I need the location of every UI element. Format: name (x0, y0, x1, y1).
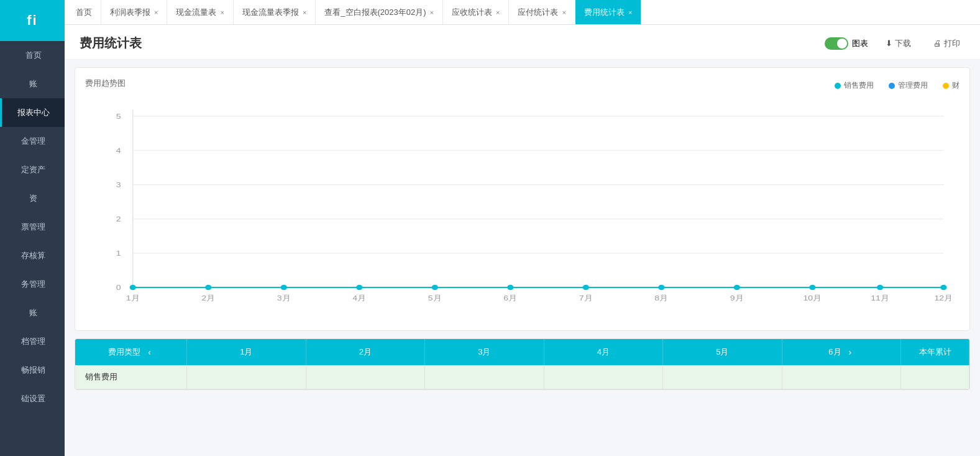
sidebar-item-畅报销[interactable]: 畅报销 (0, 356, 65, 384)
svg-text:3: 3 (116, 180, 121, 189)
svg-text:6月: 6月 (503, 294, 517, 302)
svg-text:9月: 9月 (730, 294, 744, 302)
main-area: 首页利润表季报×现金流量表×现金流量表季报×查看_空白报表(2023年02月)×… (65, 0, 980, 456)
svg-text:1月: 1月 (126, 294, 140, 302)
header-actions: 图表 ⬇ 下载 🖨 打印 (825, 35, 965, 52)
th-month-6: 6月 › (782, 339, 902, 365)
tab-现金流量表[interactable]: 现金流量表× (167, 0, 233, 25)
sidebar-item-务管理[interactable]: 务管理 (0, 270, 65, 299)
print-label: 打印 (944, 38, 960, 49)
next-arrow[interactable]: › (846, 347, 854, 357)
svg-text:4月: 4月 (352, 294, 366, 302)
svg-point-24 (940, 285, 946, 290)
tab-close-现金流量表季报[interactable]: × (303, 9, 306, 16)
legend-item-管理费用: 管理费用 (889, 80, 928, 91)
sidebar: fi 首页账报表中心金管理定资产资票管理存核算务管理账档管理畅报销础设置 (0, 0, 65, 456)
svg-point-14 (205, 285, 211, 290)
td-month-1 (187, 365, 306, 389)
legend-dot-管理费用 (889, 83, 895, 89)
svg-text:3月: 3月 (277, 294, 291, 302)
tab-close-应收统计表[interactable]: × (496, 9, 500, 16)
print-icon: 🖨 (933, 39, 941, 48)
tab-close-应付统计表[interactable]: × (562, 9, 566, 16)
tab-利润表季报[interactable]: 利润表季报× (101, 0, 167, 25)
th-month-4: 4月 (544, 339, 664, 365)
sidebar-item-础设置[interactable]: 础设置 (0, 384, 65, 413)
sidebar-item-档管理[interactable]: 档管理 (0, 327, 65, 356)
th-type-label: 费用类型 (108, 347, 140, 358)
prev-arrow[interactable]: ‹ (145, 347, 153, 357)
sidebar-item-金管理[interactable]: 金管理 (0, 127, 65, 156)
svg-text:11月: 11月 (871, 294, 889, 302)
svg-point-23 (877, 285, 883, 290)
svg-text:2: 2 (116, 215, 121, 223)
sidebar-item-首页[interactable]: 首页 (0, 41, 65, 70)
svg-point-21 (734, 285, 740, 290)
th-month-6-label: 6月 (828, 347, 841, 358)
svg-text:5月: 5月 (428, 294, 442, 302)
td-type: 销售费用 (75, 365, 187, 389)
table-section: 费用类型 ‹ 1月 2月 3月 4月 5月 6月 › 本年累计 销售费用 (75, 338, 970, 390)
td-month-2 (306, 365, 426, 389)
chart-toggle[interactable] (825, 37, 848, 50)
legend-item-财: 财 (943, 80, 959, 91)
chart-title: 费用趋势图 (85, 78, 959, 89)
page-header: 费用统计表 图表 ⬇ 下载 🖨 打印 (65, 25, 980, 60)
legend-label-财: 财 (952, 80, 959, 91)
tab-应付统计表[interactable]: 应付统计表× (509, 0, 575, 25)
tab-费用统计表[interactable]: 费用统计表× (575, 0, 641, 25)
sidebar-scroll: 首页账报表中心金管理定资产资票管理存核算务管理账档管理畅报销础设置 (0, 41, 65, 456)
legend-dot-销售费用 (835, 83, 841, 89)
sidebar-item-资[interactable]: 资 (0, 184, 65, 213)
sidebar-item-账[interactable]: 账 (0, 70, 65, 98)
chart-toggle-wrap: 图表 (825, 37, 868, 50)
sidebar-item-账[interactable]: 账 (0, 299, 65, 327)
svg-text:10月: 10月 (803, 294, 822, 302)
tab-close-查看_空白报表(2023年02月)[interactable]: × (430, 9, 434, 16)
svg-text:2月: 2月 (201, 294, 215, 302)
tab-close-费用统计表[interactable]: × (628, 9, 632, 16)
tab-close-利润表季报[interactable]: × (154, 9, 158, 16)
legend-label-销售费用: 销售费用 (844, 80, 874, 91)
legend-label-管理费用: 管理费用 (898, 80, 928, 91)
content-area: 费用统计表 图表 ⬇ 下载 🖨 打印 费用趋势图 销 (65, 25, 980, 456)
sidebar-item-报表中心[interactable]: 报表中心 (0, 98, 65, 127)
chart-container: 5 4 3 2 1 0 (85, 96, 959, 320)
td-month-4 (544, 365, 664, 389)
th-month-1: 1月 (187, 339, 306, 365)
legend-item-销售费用: 销售费用 (835, 80, 874, 91)
th-month-2: 2月 (306, 339, 426, 365)
svg-point-13 (130, 285, 136, 290)
td-month-5 (663, 365, 782, 389)
sidebar-logo: fi (0, 0, 65, 41)
sidebar-item-存核算[interactable]: 存核算 (0, 241, 65, 270)
sidebar-item-定资产[interactable]: 定资产 (0, 156, 65, 184)
th-total: 本年累计 (901, 339, 969, 365)
svg-point-17 (432, 285, 438, 290)
tab-bar: 首页利润表季报×现金流量表×现金流量表季报×查看_空白报表(2023年02月)×… (65, 0, 980, 25)
tab-查看_空白报表(2023年02月)[interactable]: 查看_空白报表(2023年02月)× (316, 0, 443, 25)
td-total (901, 365, 969, 389)
table-row: 销售费用 (75, 365, 969, 389)
download-label: 下载 (895, 38, 911, 49)
line-chart-svg: 5 4 3 2 1 0 (85, 96, 959, 320)
chart-toggle-label: 图表 (852, 38, 868, 49)
svg-text:12月: 12月 (935, 294, 953, 302)
tab-应收统计表[interactable]: 应收统计表× (443, 0, 509, 25)
page-title: 费用统计表 (80, 35, 142, 52)
table-header: 费用类型 ‹ 1月 2月 3月 4月 5月 6月 › 本年累计 (75, 339, 969, 365)
svg-point-19 (583, 285, 589, 290)
svg-point-18 (507, 285, 513, 290)
tab-首页[interactable]: 首页 (67, 0, 101, 25)
print-button[interactable]: 🖨 打印 (928, 35, 965, 52)
legend-dot-财 (943, 83, 949, 89)
tab-close-现金流量表[interactable]: × (220, 9, 224, 16)
tab-现金流量表季报[interactable]: 现金流量表季报× (234, 0, 316, 25)
download-button[interactable]: ⬇ 下载 (881, 35, 916, 52)
svg-point-20 (658, 285, 664, 290)
svg-point-22 (809, 285, 815, 290)
sidebar-item-票管理[interactable]: 票管理 (0, 213, 65, 241)
th-month-3: 3月 (425, 339, 544, 365)
td-month-6 (782, 365, 902, 389)
chart-legend: 销售费用管理费用财 (835, 80, 959, 91)
